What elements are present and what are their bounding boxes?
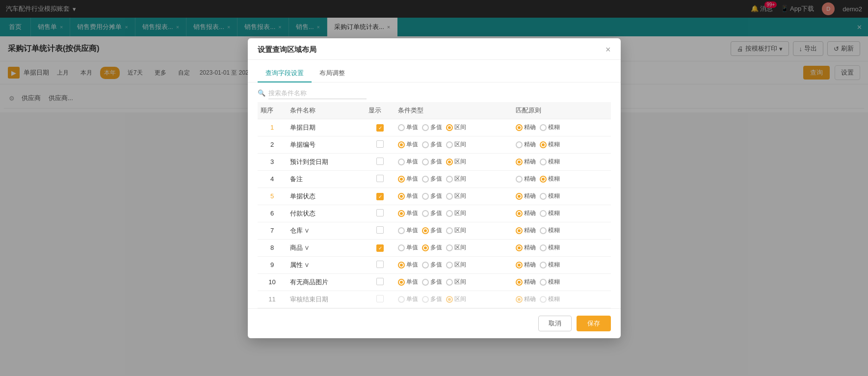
row-type-multi[interactable]: 多值	[422, 278, 442, 286]
row-order: 5	[258, 188, 287, 205]
row-type-range[interactable]: 区间	[446, 123, 466, 132]
row-display-checkbox[interactable]	[376, 158, 384, 165]
row-name: 仓库 ∨	[287, 222, 366, 239]
row-match-fuzzy[interactable]: 模糊	[540, 243, 560, 252]
row-condition-type: 单值多值区间	[395, 119, 513, 136]
row-match-fuzzy[interactable]: 模糊	[540, 295, 560, 303]
row-match-exact[interactable]: 精确	[516, 140, 536, 149]
row-type-multi[interactable]: 多值	[422, 123, 442, 132]
row-display-checkbox[interactable]: ✓	[376, 244, 384, 252]
row-display-checkbox[interactable]	[376, 278, 384, 285]
row-match-exact[interactable]: 精确	[516, 192, 536, 200]
row-display-cell	[366, 291, 395, 308]
row-order: 8	[258, 239, 287, 256]
row-type-single[interactable]: 单值	[398, 209, 418, 217]
row-type-multi[interactable]: 多值	[422, 140, 442, 149]
row-match-exact[interactable]: 精确	[516, 175, 536, 183]
row-match-rule: 精确模糊	[513, 188, 611, 205]
cancel-button[interactable]: 取消	[538, 316, 572, 331]
row-display-checkbox[interactable]: ✓	[376, 193, 384, 200]
row-type-range[interactable]: 区间	[446, 261, 466, 269]
row-match-exact[interactable]: 精确	[516, 261, 536, 269]
row-type-multi[interactable]: 多值	[422, 261, 442, 269]
modal-tab-query-fields[interactable]: 查询字段设置	[258, 65, 312, 82]
row-name: 有无商品图片	[287, 273, 366, 291]
row-type-multi[interactable]: 多值	[422, 158, 442, 166]
row-type-range[interactable]: 区间	[446, 192, 466, 200]
row-name: 属性 ∨	[287, 256, 366, 273]
row-display-cell	[366, 170, 395, 188]
row-display-checkbox[interactable]	[376, 140, 384, 148]
row-match-fuzzy[interactable]: 模糊	[540, 140, 560, 149]
modal-close-button[interactable]: ×	[605, 45, 611, 54]
row-display-checkbox[interactable]	[376, 209, 384, 216]
row-condition-type: 单值多值区间	[395, 188, 513, 205]
row-match-fuzzy[interactable]: 模糊	[540, 209, 560, 217]
row-type-range[interactable]: 区间	[446, 243, 466, 252]
modal-table-row: 5单据状态✓单值多值区间精确模糊	[258, 188, 611, 205]
row-display-checkbox[interactable]: ✓	[376, 124, 384, 132]
row-match-exact[interactable]: 精确	[516, 278, 536, 286]
row-type-single[interactable]: 单值	[398, 295, 418, 303]
modal-overlay: 设置查询区域布局 × 查询字段设置 布局调整 🔍 顺序 条件名称	[0, 0, 868, 376]
row-match-exact[interactable]: 精确	[516, 158, 536, 166]
modal-search-input[interactable]	[268, 87, 367, 99]
row-type-range[interactable]: 区间	[446, 278, 466, 286]
row-type-single[interactable]: 单值	[398, 192, 418, 200]
modal-table-row: 7仓库 ∨单值多值区间精确模糊	[258, 222, 611, 239]
row-match-fuzzy[interactable]: 模糊	[540, 175, 560, 183]
row-type-single[interactable]: 单值	[398, 175, 418, 183]
row-display-cell: ✓	[366, 239, 395, 256]
row-match-rule: 精确模糊	[513, 170, 611, 188]
modal-tab-layout-adjust[interactable]: 布局调整	[312, 65, 353, 82]
row-name: 单据日期	[287, 119, 366, 136]
row-match-fuzzy[interactable]: 模糊	[540, 278, 560, 286]
row-match-fuzzy[interactable]: 模糊	[540, 192, 560, 200]
row-match-fuzzy[interactable]: 模糊	[540, 261, 560, 269]
modal-header: 设置查询区域布局 ×	[248, 38, 621, 60]
row-type-multi[interactable]: 多值	[422, 209, 442, 217]
row-type-single[interactable]: 单值	[398, 226, 418, 235]
row-type-multi[interactable]: 多值	[422, 295, 442, 303]
row-type-range[interactable]: 区间	[446, 175, 466, 183]
row-match-rule: 精确模糊	[513, 153, 611, 170]
row-match-exact[interactable]: 精确	[516, 226, 536, 235]
row-match-exact[interactable]: 精确	[516, 295, 536, 303]
row-type-range[interactable]: 区间	[446, 140, 466, 149]
row-type-single[interactable]: 单值	[398, 278, 418, 286]
row-type-multi[interactable]: 多值	[422, 226, 442, 235]
row-display-checkbox[interactable]	[376, 261, 384, 268]
row-type-multi[interactable]: 多值	[422, 175, 442, 183]
row-name: 单据编号	[287, 136, 366, 153]
row-type-single[interactable]: 单值	[398, 261, 418, 269]
row-type-range[interactable]: 区间	[446, 295, 466, 303]
row-match-fuzzy[interactable]: 模糊	[540, 226, 560, 235]
row-match-exact[interactable]: 精确	[516, 209, 536, 217]
row-type-multi[interactable]: 多值	[422, 192, 442, 200]
row-match-fuzzy[interactable]: 模糊	[540, 158, 560, 166]
row-display-checkbox[interactable]	[376, 175, 384, 182]
row-match-fuzzy[interactable]: 模糊	[540, 123, 560, 132]
row-type-range[interactable]: 区间	[446, 158, 466, 166]
row-type-multi[interactable]: 多值	[422, 243, 442, 252]
modal-table-row: 11审核结束日期单值多值区间精确模糊	[258, 291, 611, 308]
row-type-range[interactable]: 区间	[446, 226, 466, 235]
row-display-checkbox[interactable]	[376, 295, 384, 302]
modal-table-row: 6付款状态单值多值区间精确模糊	[258, 205, 611, 222]
row-order: 9	[258, 256, 287, 273]
row-type-single[interactable]: 单值	[398, 123, 418, 132]
row-order: 7	[258, 222, 287, 239]
row-type-single[interactable]: 单值	[398, 158, 418, 166]
row-display-checkbox[interactable]	[376, 226, 384, 234]
row-match-rule: 精确模糊	[513, 273, 611, 291]
row-type-single[interactable]: 单值	[398, 140, 418, 149]
row-type-range[interactable]: 区间	[446, 209, 466, 217]
row-match-rule: 精确模糊	[513, 239, 611, 256]
modal-search-icon: 🔍	[258, 89, 265, 97]
row-type-single[interactable]: 单值	[398, 243, 418, 252]
row-match-exact[interactable]: 精确	[516, 123, 536, 132]
row-order: 1	[258, 119, 287, 136]
save-button[interactable]: 保存	[577, 316, 611, 331]
row-display-cell: ✓	[366, 119, 395, 136]
row-match-exact[interactable]: 精确	[516, 243, 536, 252]
